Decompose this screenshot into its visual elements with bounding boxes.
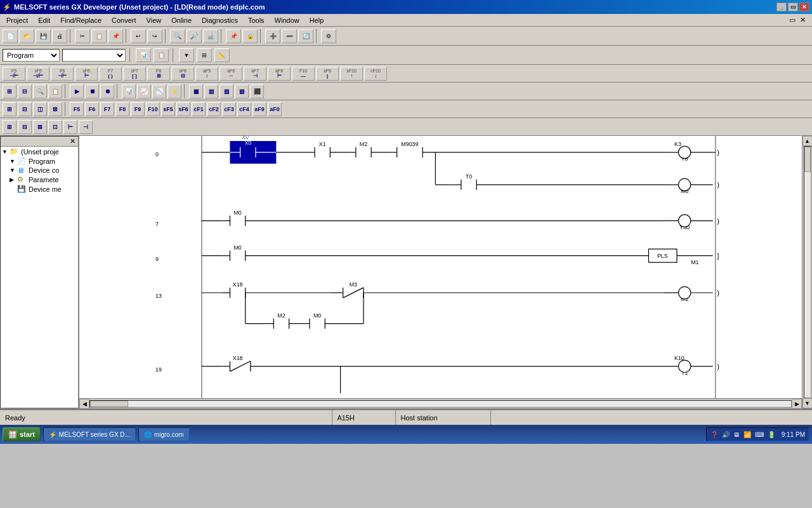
tb-zoom-out[interactable]: ➖ (282, 29, 297, 43)
sidebar-close[interactable]: ✕ (70, 137, 75, 145)
start-button[interactable]: 🪟 start (3, 427, 41, 441)
tray-battery[interactable]: 🔋 (768, 431, 775, 438)
fkey4-1[interactable]: ⊞ (3, 120, 16, 134)
tb-settings[interactable]: ⚙ (321, 29, 336, 43)
fkey3-10[interactable]: F10 (146, 102, 160, 116)
tb-reset[interactable]: 🔄 (298, 29, 313, 43)
vscroll-thumb[interactable] (804, 147, 811, 172)
menu-find-replace[interactable]: Find/Replace (55, 15, 107, 25)
restore-button[interactable]: ▭ (788, 3, 798, 11)
menu-edit[interactable]: Edit (33, 15, 55, 25)
menu-diagnostics[interactable]: Diagnostics (197, 15, 243, 25)
fkey3-2[interactable]: ⊟ (18, 102, 32, 116)
fkey2-5[interactable]: ▶ (70, 84, 84, 98)
tb-prog-4[interactable]: ⊞ (197, 48, 212, 62)
fkey2-14[interactable]: ▥ (219, 84, 233, 98)
fkey-sf9[interactable]: sF9| (316, 67, 339, 81)
fkey3-9[interactable]: F9 (131, 102, 145, 116)
menu-tools[interactable]: Tools (243, 15, 270, 25)
fkey3-5[interactable]: F5 (70, 102, 84, 116)
tb-save[interactable]: 💾 (36, 29, 51, 43)
tb-print[interactable]: 🖨 (52, 29, 67, 43)
tree-parameters[interactable]: ▶ ⚙ Paramete (1, 175, 78, 184)
fkey2-12[interactable]: ▦ (189, 84, 203, 98)
fkey2-15[interactable]: ▧ (235, 84, 249, 98)
tb-cut[interactable]: ✂ (75, 29, 90, 43)
fkey-sf7[interactable]: sF7[ ] (123, 67, 146, 81)
fkey-f7[interactable]: F7( ) (99, 67, 122, 81)
fkey3-17[interactable]: aF9 (252, 102, 266, 116)
tb-new[interactable]: 📄 (3, 29, 18, 43)
tb-prog-5[interactable]: 📐 (214, 48, 230, 62)
fkey-af8[interactable]: aF8⊢ (268, 67, 291, 81)
tb-paste[interactable]: 📌 (108, 29, 123, 43)
fkey3-15[interactable]: cF3 (222, 102, 236, 116)
vertical-scrollbar[interactable]: ▲ ▼ (802, 136, 812, 408)
tb-zoom-in[interactable]: ➕ (265, 29, 280, 43)
minimize-button[interactable]: _ (776, 3, 787, 11)
menu-convert[interactable]: Convert (107, 15, 141, 25)
fkey4-4[interactable]: ⊡ (48, 120, 62, 134)
fkey3-18[interactable]: aF0 (268, 102, 282, 116)
vscroll-track[interactable] (804, 146, 811, 398)
fkey-af6[interactable]: aF6↔ (219, 67, 242, 81)
fkey2-3[interactable]: 🔍 (33, 84, 47, 98)
fkey-sf8[interactable]: sF8⊟ (171, 67, 194, 81)
sub-dropdown[interactable] (62, 49, 126, 62)
fkey3-1[interactable]: ⊞ (3, 102, 16, 116)
submenu-close[interactable]: ✕ (800, 16, 806, 23)
tb-copy[interactable]: 📋 (91, 29, 107, 43)
fkey2-9[interactable]: 📈 (137, 84, 151, 98)
fkey-f9[interactable]: aF5↕ (195, 67, 218, 81)
tb-prog-1[interactable]: 📊 (136, 48, 151, 62)
fkey-sf10[interactable]: sF10↑ (340, 67, 363, 81)
tree-program[interactable]: ▼ 📄 Program (1, 156, 78, 166)
tb-undo[interactable]: ↩ (131, 29, 146, 43)
fkey2-16[interactable]: ⬛ (250, 84, 264, 98)
fkey3-11[interactable]: sF5 (161, 102, 175, 116)
fkey-f5[interactable]: F5⊣⊢ (3, 67, 25, 81)
tray-network[interactable]: 📶 (743, 431, 751, 438)
fkey2-10[interactable]: 📉 (152, 84, 166, 98)
taskbar-migro[interactable]: 🌐 migro.com (138, 427, 190, 441)
diagram-canvas[interactable]: 0 X0 X0 X0 X1 (79, 136, 802, 398)
tree-device-comment[interactable]: ▼ 🖥 Device co (1, 166, 78, 175)
menu-help[interactable]: Help (304, 15, 329, 25)
fkey-sf6[interactable]: sF6⊢ (75, 67, 98, 81)
scroll-thumb[interactable] (90, 401, 128, 407)
submenu-restore[interactable]: ▭ (789, 16, 796, 23)
tb-find3[interactable]: 🔬 (203, 29, 218, 43)
fkey3-4[interactable]: ⊠ (48, 102, 62, 116)
fkey-cf10[interactable]: cF10↓ (364, 67, 387, 81)
tb-prog-2[interactable]: 📋 (154, 48, 169, 62)
scroll-right-button[interactable]: ▶ (792, 399, 802, 409)
fkey4-6[interactable]: ⊣ (79, 120, 93, 134)
tray-speaker[interactable]: 🔊 (722, 431, 730, 438)
fkey-f6[interactable]: F6⊣⊢ (51, 67, 74, 81)
fkey2-7[interactable]: ⏺ (100, 84, 114, 98)
fkey-sf5[interactable]: sF5⊣/⊢ (27, 67, 49, 81)
fkey3-3[interactable]: ◫ (33, 102, 47, 116)
tb-prog-3[interactable]: ▼ (179, 48, 194, 62)
fkey2-1[interactable]: ⊞ (3, 84, 16, 98)
scroll-track[interactable] (89, 400, 792, 408)
menu-window[interactable]: Window (270, 15, 304, 25)
tree-unset-project[interactable]: ▼ 📁 (Unset proje (1, 147, 78, 156)
menu-online[interactable]: Online (166, 15, 197, 25)
fkey3-8[interactable]: F8 (115, 102, 129, 116)
tray-keyboard[interactable]: ⌨ (755, 431, 764, 438)
fkey2-13[interactable]: ▤ (204, 84, 218, 98)
fkey4-2[interactable]: ⊟ (18, 120, 32, 134)
tray-monitor[interactable]: 🖥 (733, 431, 740, 438)
fkey3-12[interactable]: sF6 (176, 102, 190, 116)
fkey-af7[interactable]: aF7⊣ (244, 67, 266, 81)
fkey-f8[interactable]: F8⊞ (147, 67, 170, 81)
fkey-f10[interactable]: F10― (292, 67, 315, 81)
fkey2-4[interactable]: 📋 (48, 84, 62, 98)
fkey4-5[interactable]: ⊢ (63, 120, 77, 134)
fkey3-13[interactable]: cF1 (192, 102, 206, 116)
horizontal-scrollbar[interactable]: ◀ ▶ (79, 398, 802, 408)
menu-project[interactable]: Project (1, 15, 33, 25)
menu-view[interactable]: View (141, 15, 167, 25)
fkey3-7[interactable]: F7 (100, 102, 114, 116)
